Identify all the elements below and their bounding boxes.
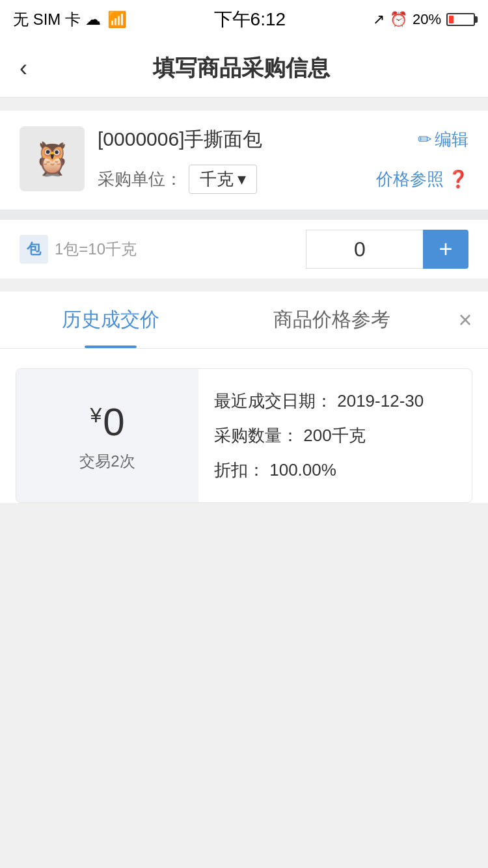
wifi-icon: 📶: [107, 10, 127, 29]
discount-value: 100.00%: [269, 460, 336, 480]
edit-icon: ✏: [418, 129, 432, 150]
unit-box-icon: 包: [20, 235, 48, 264]
quantity-plus-button[interactable]: +: [423, 230, 468, 269]
product-card: 🦉 [0000006]手撕面包 ✏ 编辑 采购单位： 千克 ▾: [0, 111, 488, 210]
tab-price-reference[interactable]: 商品价格参考: [221, 292, 442, 348]
product-title-row: [0000006]手撕面包 ✏ 编辑: [98, 126, 468, 153]
chevron-down-icon: ▾: [237, 169, 246, 189]
recent-date-label: 最近成交日期：: [214, 391, 332, 411]
quantity-row: 包 1包=10千克 +: [0, 220, 488, 278]
tab-history-label: 历史成交价: [62, 306, 159, 333]
page-title: 填写商品采购信息: [40, 53, 442, 83]
product-title: 手撕面包: [184, 128, 262, 150]
purchase-unit-row: 采购单位： 千克 ▾ 价格参照 ❓: [98, 165, 468, 194]
product-row: 🦉 [0000006]手撕面包 ✏ 编辑 采购单位： 千克 ▾: [20, 126, 468, 194]
quantity-input[interactable]: [306, 230, 423, 269]
product-name: [0000006]手撕面包: [98, 126, 262, 153]
edit-label: 编辑: [435, 128, 468, 151]
history-record-card: ¥ 0 交易2次 最近成交日期： 2019-12-30 采购数量： 200千克 …: [16, 368, 472, 503]
unit-info: 包 1包=10千克: [20, 235, 137, 264]
history-details-section: 最近成交日期： 2019-12-30 采购数量： 200千克 折扣： 100.0…: [198, 369, 472, 502]
back-button[interactable]: ‹: [20, 57, 27, 80]
status-right: ↗ ⏰ 20%: [373, 11, 475, 28]
status-time: 下午6:12: [214, 7, 286, 32]
status-left: 无 SIM 卡 ☁ 📶: [13, 9, 127, 30]
purchase-qty-label: 采购数量：: [214, 426, 299, 445]
price-ref-label: 价格参照: [376, 168, 444, 191]
product-logo-icon: 🦉: [32, 140, 72, 178]
unit-conversion-text: 1包=10千克: [55, 239, 137, 260]
history-price-section: ¥ 0 交易2次: [16, 369, 198, 502]
recent-date-row: 最近成交日期： 2019-12-30: [214, 388, 456, 414]
status-bar: 无 SIM 卡 ☁ 📶 下午6:12 ↗ ⏰ 20%: [0, 0, 488, 39]
main-background: [0, 522, 488, 868]
edit-button[interactable]: ✏ 编辑: [418, 128, 468, 151]
unit-left: 采购单位： 千克 ▾: [98, 165, 257, 194]
purchase-qty-row: 采购数量： 200千克: [214, 423, 456, 448]
sim-signal-text: 无 SIM 卡 ☁: [13, 9, 101, 30]
battery-percent: 20%: [413, 11, 441, 28]
quantity-control: +: [306, 230, 468, 269]
tab-price-ref-label: 商品价格参考: [273, 306, 390, 333]
location-icon: ↗: [373, 11, 385, 28]
purchase-unit-label: 采购单位：: [98, 168, 182, 191]
help-icon: ❓: [448, 169, 468, 189]
product-thumbnail: 🦉: [20, 126, 85, 191]
section-divider: [0, 210, 488, 220]
product-info: [0000006]手撕面包 ✏ 编辑 采购单位： 千克 ▾ 价格参照 ❓: [98, 126, 468, 194]
recent-date-value: 2019-12-30: [337, 391, 424, 411]
unit-select-dropdown[interactable]: 千克 ▾: [189, 165, 257, 194]
trade-count-text: 交易2次: [79, 451, 135, 472]
discount-row: 折扣： 100.00%: [214, 457, 456, 483]
product-id: [0000006]: [98, 128, 184, 150]
price-value: 0: [103, 400, 124, 444]
tab-close-button[interactable]: ×: [442, 292, 488, 348]
battery-icon: [446, 13, 475, 26]
price-currency-symbol: ¥: [90, 403, 102, 427]
bottom-panel: 历史成交价 商品价格参考 × ¥ 0 交易2次 最近成交日期： 2019-12-…: [0, 292, 488, 503]
discount-label: 折扣：: [214, 460, 265, 480]
alarm-icon: ⏰: [390, 11, 407, 28]
price-display: ¥ 0: [90, 400, 124, 444]
tab-history-price[interactable]: 历史成交价: [0, 292, 221, 348]
purchase-qty-value: 200千克: [303, 426, 365, 445]
header: ‹ 填写商品采购信息: [0, 39, 488, 98]
unit-select-value: 千克: [200, 168, 234, 191]
tabs-row: 历史成交价 商品价格参考 ×: [0, 292, 488, 349]
price-reference-button[interactable]: 价格参照 ❓: [376, 168, 468, 191]
